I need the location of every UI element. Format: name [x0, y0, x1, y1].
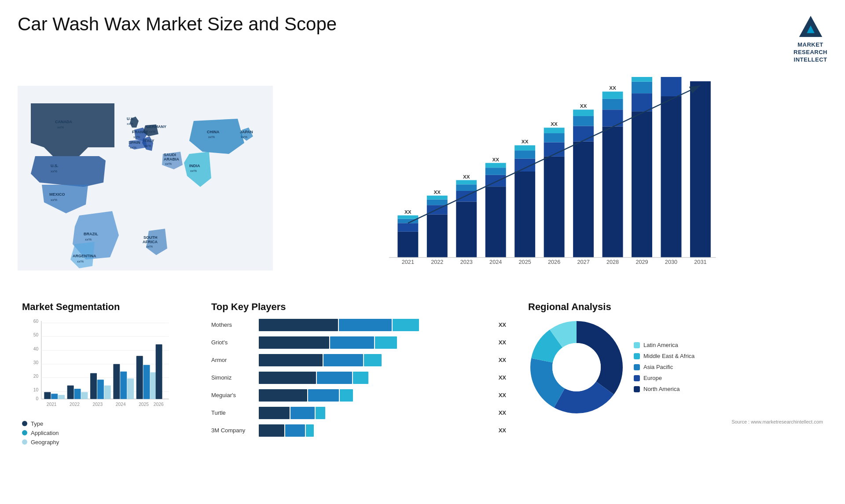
middle-east-africa-color	[634, 353, 640, 359]
svg-rect-78	[632, 77, 652, 82]
svg-rect-35	[397, 231, 418, 257]
player-xx-mothers: XX	[499, 321, 506, 328]
svg-text:2023: 2023	[92, 402, 103, 407]
bar-seg-1	[259, 372, 316, 384]
svg-text:XX: XX	[551, 121, 558, 127]
player-name-griots: Griot's	[211, 339, 255, 346]
bar-seg-1	[259, 336, 329, 349]
svg-rect-125	[127, 378, 134, 399]
svg-text:XX: XX	[463, 173, 470, 179]
svg-text:xx%: xx%	[133, 135, 140, 139]
svg-rect-120	[90, 373, 97, 399]
svg-rect-45	[456, 201, 477, 257]
svg-rect-60	[544, 156, 565, 257]
svg-rect-119	[81, 392, 88, 399]
player-xx-simoniz: XX	[499, 374, 506, 381]
svg-text:10: 10	[33, 387, 39, 392]
europe-color	[634, 375, 640, 381]
main-content: CANADA xx% U.S. xx% MEXICO xx% BRAZIL xx…	[18, 73, 827, 292]
svg-rect-129	[156, 344, 162, 399]
player-simoniz: Simoniz XX	[211, 372, 506, 384]
svg-rect-58	[514, 145, 535, 150]
bar-seg-1	[259, 389, 307, 402]
svg-text:60: 60	[33, 319, 39, 324]
bar-2030: XX	[661, 77, 682, 257]
player-name-turtle: Turtle	[211, 409, 255, 416]
player-griots: Griot's XX	[211, 336, 506, 349]
svg-text:GERMANY: GERMANY	[146, 124, 166, 129]
svg-text:xx%: xx%	[51, 169, 57, 173]
player-bars-meguiars	[259, 389, 492, 402]
player-name-simoniz: Simoniz	[211, 374, 255, 381]
player-turtle: Turtle XX	[211, 407, 506, 419]
player-bars-griots	[259, 336, 492, 349]
svg-rect-115	[51, 394, 58, 399]
svg-rect-114	[44, 392, 51, 399]
bar-seg-1	[259, 319, 338, 331]
world-map-section: CANADA xx% U.S. xx% MEXICO xx% BRAZIL xx…	[18, 73, 273, 284]
player-name-armor: Armor	[211, 357, 255, 363]
europe-label: Europe	[643, 375, 662, 381]
legend-application: Application	[22, 430, 189, 436]
svg-text:2021: 2021	[402, 259, 414, 265]
logo-icon	[795, 13, 826, 40]
svg-text:XX: XX	[404, 208, 411, 214]
svg-text:2029: 2029	[636, 259, 648, 265]
svg-rect-76	[632, 93, 652, 111]
svg-rect-80	[661, 96, 682, 257]
svg-text:xx%: xx%	[77, 259, 84, 263]
svg-text:2022: 2022	[70, 402, 80, 407]
svg-rect-126	[136, 356, 143, 399]
svg-rect-38	[397, 215, 418, 219]
segmentation-legend: Type Application Geography	[22, 420, 189, 446]
growth-chart-section: XX XX XX	[286, 73, 827, 284]
svg-rect-68	[573, 110, 594, 116]
bar-2024: XX	[485, 156, 506, 257]
player-xx-armor: XX	[499, 357, 506, 363]
svg-text:XX: XX	[522, 139, 529, 144]
north-america-color	[634, 386, 640, 392]
svg-rect-122	[104, 385, 111, 399]
players-section: Top Key Players Mothers XX Griot's XX Ar…	[207, 297, 511, 450]
svg-text:U.K.: U.K.	[127, 117, 135, 121]
svg-text:xx%: xx%	[146, 245, 153, 248]
svg-text:50: 50	[33, 332, 39, 337]
bar-seg-3	[306, 424, 314, 437]
legend-north-america: North America	[634, 386, 694, 392]
svg-text:xx%: xx%	[130, 146, 136, 150]
legend-europe: Europe	[634, 375, 694, 381]
bar-seg-2	[290, 407, 315, 419]
bar-2021: XX	[397, 208, 418, 257]
player-mothers: Mothers XX	[211, 319, 506, 331]
bar-2025: XX	[514, 139, 535, 257]
bar-seg-2	[308, 389, 339, 402]
player-bars-simoniz	[259, 372, 492, 384]
player-bars-3m	[259, 424, 492, 437]
svg-rect-42	[427, 199, 448, 205]
bar-2029: XX	[632, 77, 652, 257]
svg-rect-118	[74, 389, 81, 399]
svg-text:ARGENTINA: ARGENTINA	[73, 254, 96, 258]
middle-east-africa-label: Middle East & Africa	[643, 353, 694, 359]
world-map-svg: CANADA xx% U.S. xx% MEXICO xx% BRAZIL xx…	[18, 73, 273, 284]
players-title: Top Key Players	[211, 301, 506, 313]
svg-text:SPAIN: SPAIN	[129, 140, 140, 145]
svg-rect-50	[485, 186, 506, 257]
svg-rect-53	[485, 163, 506, 168]
player-meguiars: Meguiar's XX	[211, 389, 506, 402]
svg-text:20: 20	[33, 373, 39, 378]
legend-asia-pacific: Asia Pacific	[634, 364, 694, 370]
bar-2027: XX	[573, 103, 594, 257]
svg-rect-124	[120, 371, 127, 399]
svg-text:2026: 2026	[154, 402, 164, 407]
segmentation-title: Market Segmentation	[22, 301, 189, 313]
svg-text:xx%: xx%	[208, 135, 215, 139]
svg-rect-116	[58, 395, 65, 399]
svg-rect-117	[67, 385, 74, 399]
bar-seg-2	[339, 319, 392, 331]
svg-rect-72	[603, 99, 623, 110]
svg-text:2026: 2026	[548, 259, 560, 265]
svg-rect-121	[97, 380, 104, 399]
bar-seg-3	[340, 389, 353, 402]
latin-america-color	[634, 342, 640, 348]
